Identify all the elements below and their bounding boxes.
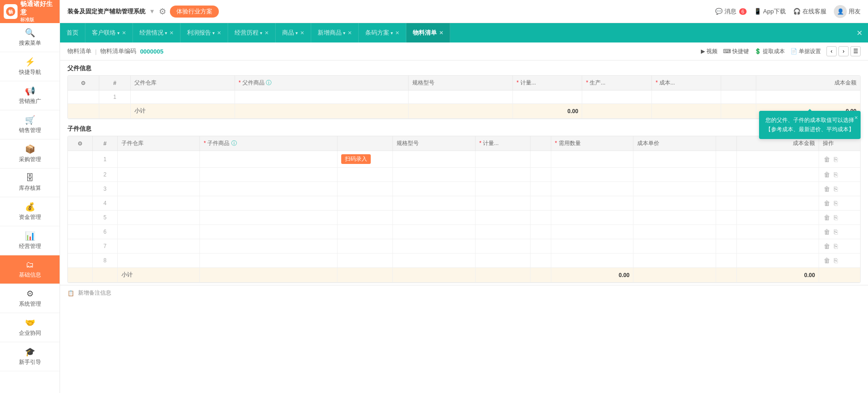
view-action[interactable]: ▶ 视频 (701, 48, 717, 55)
tab-products[interactable]: 商品 ▾ ✕ (276, 23, 311, 42)
td-child-warehouse[interactable] (117, 182, 200, 196)
td-child-product[interactable] (200, 151, 338, 168)
td-unit[interactable] (512, 91, 582, 104)
scan-input-button[interactable]: 扫码录入 (341, 154, 371, 164)
tab-profit[interactable]: 利润报告 ▾ ✕ (181, 23, 228, 42)
copy-icon[interactable]: ⎘ (834, 242, 838, 250)
tab-home[interactable]: 首页 (60, 23, 85, 42)
td-child-warehouse[interactable] (117, 211, 200, 225)
td-child-unit-cost[interactable] (633, 211, 716, 225)
td-child-unit-cost[interactable] (633, 151, 716, 168)
td-child-warehouse[interactable] (117, 254, 200, 268)
td-child-qty[interactable] (551, 182, 633, 196)
td-child-unit-cost[interactable] (633, 254, 716, 268)
delete-icon[interactable]: 🗑 (824, 257, 830, 264)
td-child-spec[interactable] (393, 225, 476, 239)
td-production[interactable] (582, 91, 652, 104)
td-child-qty[interactable] (551, 151, 633, 168)
user-action[interactable]: 👤 用友 (834, 5, 861, 18)
tab-history[interactable]: 经营历程 ▾ ✕ (228, 23, 276, 42)
td-child-qty[interactable] (551, 239, 633, 254)
sidebar-item-sales[interactable]: 🛒 销售管理 (0, 110, 60, 139)
td-child-unit-cost[interactable] (633, 225, 716, 239)
prev-button[interactable]: ‹ (826, 46, 837, 56)
service-action[interactable]: 🎧 在线客服 (793, 7, 826, 16)
delete-icon[interactable]: 🗑 (824, 228, 830, 236)
sidebar-item-marketing[interactable]: 📢 营销推广 (0, 81, 60, 110)
th-child-settings[interactable]: ⚙ (68, 136, 93, 151)
td-child-product[interactable] (200, 239, 338, 254)
tab-bom[interactable]: 物料清单 ✕ (406, 23, 450, 42)
td-child-product[interactable] (200, 168, 338, 182)
td-child-unit[interactable] (476, 151, 530, 168)
sidebar-item-basic[interactable]: 🗂 基础信息 (0, 255, 60, 284)
td-child-product[interactable] (200, 225, 338, 239)
app-download-action[interactable]: 📱 App下载 (754, 7, 786, 16)
td-child-spec[interactable] (393, 151, 476, 168)
sidebar-item-operation[interactable]: 📊 经营管理 (0, 226, 60, 255)
tab-close-icon[interactable]: ✕ (348, 30, 352, 36)
td-child-spec[interactable] (393, 254, 476, 268)
copy-icon[interactable]: ⎘ (834, 185, 838, 193)
sidebar-item-finance[interactable]: 💰 资金管理 (0, 197, 60, 226)
td-child-unit[interactable] (476, 239, 530, 254)
delete-icon[interactable]: 🗑 (824, 171, 830, 178)
td-parent-warehouse[interactable] (130, 91, 235, 104)
delete-icon[interactable]: 🗑 (824, 242, 830, 250)
sidebar-item-inventory[interactable]: 🗄 库存核算 (0, 169, 60, 197)
td-child-warehouse[interactable] (117, 239, 200, 254)
tab-close-icon[interactable]: ✕ (439, 30, 443, 36)
copy-icon[interactable]: ⎘ (834, 228, 838, 236)
td-child-warehouse[interactable] (117, 225, 200, 239)
td-child-unit-cost[interactable] (633, 182, 716, 196)
td-child-unit[interactable] (476, 211, 530, 225)
shortcut-action[interactable]: ⌨ 快捷键 (723, 48, 749, 55)
copy-icon[interactable]: ⎘ (834, 214, 838, 221)
cost-action[interactable]: 💲 提取成本 (754, 48, 785, 55)
td-child-product[interactable] (200, 254, 338, 268)
sidebar-item-guide[interactable]: 🎓 新手引导 (0, 342, 60, 371)
th-settings[interactable]: ⚙ (68, 76, 99, 91)
td-child-warehouse[interactable] (117, 168, 200, 182)
sidebar-item-search[interactable]: 🔍 搜索菜单 (0, 23, 60, 52)
td-child-warehouse[interactable] (117, 196, 200, 211)
td-child-product[interactable] (200, 182, 338, 196)
td-child-unit[interactable] (476, 182, 530, 196)
td-child-unit[interactable] (476, 196, 530, 211)
tab-close-icon[interactable]: ✕ (217, 30, 221, 36)
td-child-product[interactable] (200, 196, 338, 211)
td-child-unit[interactable] (476, 254, 530, 268)
td-child-warehouse[interactable] (117, 151, 200, 168)
td-child-qty[interactable] (551, 254, 633, 268)
delete-icon[interactable]: 🗑 (824, 200, 830, 207)
sidebar-item-purchase[interactable]: 📦 采购管理 (0, 139, 60, 169)
sidebar-item-collab[interactable]: 🤝 企业协同 (0, 313, 60, 342)
td-child-unit-cost[interactable] (633, 168, 716, 182)
tooltip-close-button[interactable]: × (854, 113, 858, 123)
next-button[interactable]: › (838, 46, 849, 56)
message-action[interactable]: 💬 消息 6 (715, 7, 747, 16)
tab-customers[interactable]: 客户联络 ▾ ✕ (85, 23, 133, 42)
tab-close-all-button[interactable]: ✕ (851, 29, 868, 37)
td-child-qty[interactable] (551, 225, 633, 239)
tab-operations[interactable]: 经营情况 ▾ ✕ (133, 23, 181, 42)
tab-close-icon[interactable]: ✕ (300, 30, 304, 36)
copy-icon[interactable]: ⎘ (834, 257, 838, 264)
sidebar-item-quicknav[interactable]: ⚡ 快捷导航 (0, 52, 60, 81)
settings-icon[interactable]: ⚙ (159, 6, 166, 17)
td-child-unit[interactable] (476, 225, 530, 239)
delete-icon[interactable]: 🗑 (824, 185, 830, 193)
trial-button[interactable]: 体验行业方案 (170, 6, 219, 18)
copy-icon[interactable]: ⎘ (834, 171, 838, 178)
td-child-spec[interactable] (393, 211, 476, 225)
td-child-spec[interactable] (393, 182, 476, 196)
tab-barcode[interactable]: 条码方案 ▾ ✕ (359, 23, 406, 42)
tab-close-icon[interactable]: ✕ (122, 30, 126, 36)
td-child-qty[interactable] (551, 168, 633, 182)
copy-icon[interactable]: ⎘ (834, 156, 838, 163)
td-parent-product[interactable] (235, 91, 408, 104)
td-child-qty[interactable] (551, 211, 633, 225)
menu-button[interactable]: ☰ (850, 46, 861, 56)
sidebar-item-system[interactable]: ⚙ 系统管理 (0, 284, 60, 313)
tab-close-icon[interactable]: ✕ (395, 30, 399, 36)
